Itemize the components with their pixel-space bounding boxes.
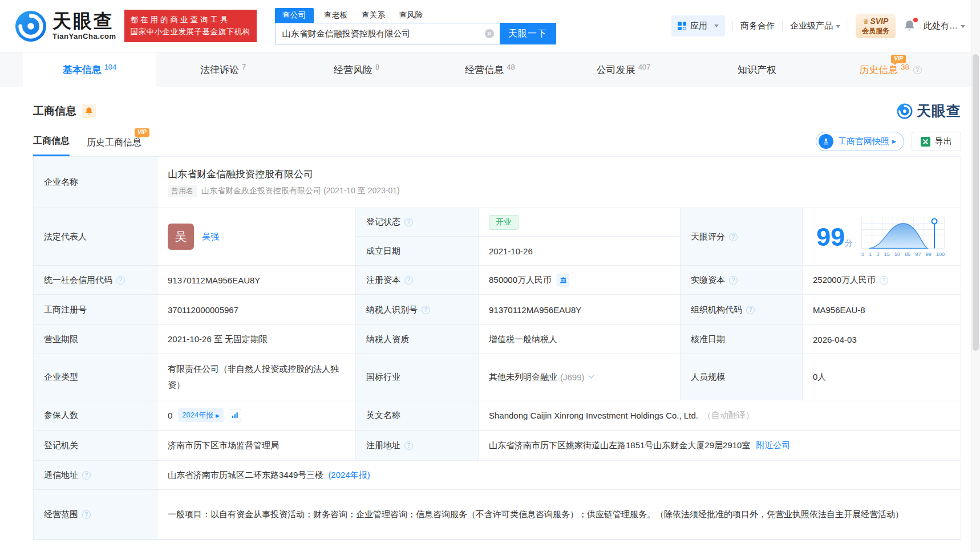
business-term: 2021-10-26 至 无固定期限 bbox=[157, 325, 356, 354]
crown-icon: ♛ bbox=[863, 18, 869, 26]
help-icon[interactable]: ? bbox=[913, 66, 922, 74]
vip-badge: VIP bbox=[891, 55, 906, 63]
staff-size: 0人 bbox=[803, 354, 961, 400]
tab-basic-info[interactable]: 基本信息104 bbox=[23, 52, 156, 87]
tab-operating-risk[interactable]: 经营风险8 bbox=[290, 52, 423, 87]
field-label: 人员规模 bbox=[681, 354, 803, 400]
auto-translate-note: （自动翻译） bbox=[703, 410, 754, 421]
industry-cell[interactable]: 其他未列明金融业 (J699) bbox=[479, 354, 681, 400]
search-tab-relation[interactable]: 查关系 bbox=[362, 8, 386, 23]
search-tab-company[interactable]: 查公司 bbox=[275, 8, 314, 23]
search-button[interactable]: 天眼一下 bbox=[500, 23, 556, 44]
field-label: 营业期限 bbox=[34, 325, 157, 354]
help-icon[interactable]: ? bbox=[422, 306, 430, 314]
search-tab-boss[interactable]: 查老板 bbox=[324, 8, 348, 23]
scrollbar[interactable] bbox=[971, 0, 980, 552]
help-icon[interactable]: ? bbox=[729, 233, 738, 241]
field-label: 工商注册号 bbox=[34, 295, 157, 325]
help-icon[interactable]: ? bbox=[82, 510, 91, 519]
chevron-down-icon bbox=[588, 372, 594, 378]
field-label: 通信地址 bbox=[44, 470, 78, 481]
tab-history-info[interactable]: 历史信息 VIP 38 ? bbox=[824, 52, 957, 87]
alert-bell-icon bbox=[85, 107, 93, 115]
avatar[interactable]: 吴 bbox=[168, 224, 194, 250]
reg-number: 370112000005967 bbox=[157, 295, 356, 325]
annual-report-chip[interactable]: 2024年报 ▶ bbox=[178, 408, 223, 422]
bank-icon bbox=[560, 277, 567, 284]
clear-icon[interactable]: ✕ bbox=[485, 29, 494, 38]
divider bbox=[732, 21, 733, 31]
monitor-bell-button[interactable] bbox=[82, 104, 96, 118]
field-label: 经营范围 bbox=[44, 509, 78, 520]
brand-domain: TianYanCha.com bbox=[52, 32, 116, 40]
vip-badge: VIP bbox=[135, 128, 149, 137]
section-title: 工商信息 bbox=[33, 104, 76, 119]
industry-value: 其他未列明金融业 bbox=[489, 372, 557, 383]
svip-member-button[interactable]: ♛SVIP 会员服务 bbox=[856, 14, 896, 38]
field-label: 企业名称 bbox=[34, 157, 157, 208]
nearby-companies-link[interactable]: 附近公司 bbox=[756, 440, 790, 451]
nav-business-cooperation[interactable]: 商务合作 bbox=[740, 21, 775, 31]
help-icon[interactable]: ? bbox=[404, 276, 413, 285]
taxpayer-id: 91370112MA956EAU8Y bbox=[479, 295, 681, 325]
field-label: 统一社会信用代码 bbox=[44, 275, 112, 286]
legal-rep-link[interactable]: 吴强 bbox=[202, 232, 219, 242]
tab-company-development[interactable]: 公司发展407 bbox=[557, 52, 690, 87]
field-label: 登记状态 bbox=[366, 217, 400, 228]
chevron-down-icon bbox=[714, 25, 719, 27]
subtab-business-info[interactable]: 工商信息 bbox=[33, 135, 70, 156]
business-scope: 一般项目：以自有资金从事投资活动；财务咨询；企业管理咨询；信息咨询服务（不含许可… bbox=[157, 490, 961, 539]
company-type: 有限责任公司（非自然人投资或控股的法人独资） bbox=[157, 354, 356, 400]
score-axis-ticks: 0131550859799100 bbox=[861, 251, 945, 257]
apps-grid-icon bbox=[678, 22, 686, 30]
mail-address: 山东省济南市历城区二环东路3449号三楼 bbox=[168, 470, 323, 481]
tianyancha-logo[interactable]: 天眼查 TianYanCha.com bbox=[15, 10, 116, 42]
apps-menu[interactable]: 应用 bbox=[671, 15, 725, 36]
field-label: 企业类型 bbox=[34, 354, 157, 400]
arrow-right-icon: ▶ bbox=[892, 139, 896, 144]
field-label: 国标行业 bbox=[356, 354, 479, 400]
scrollbar-thumb[interactable] bbox=[973, 54, 979, 351]
subtab-history-business-info[interactable]: 历史工商信息 VIP bbox=[87, 137, 141, 156]
tab-legal-proceedings[interactable]: 法律诉讼7 bbox=[156, 52, 290, 87]
reg-authority: 济南市历下区市场监督管理局 bbox=[157, 431, 356, 461]
help-icon[interactable]: ? bbox=[404, 218, 413, 226]
help-icon[interactable]: ? bbox=[746, 306, 755, 314]
help-icon[interactable]: ? bbox=[880, 276, 888, 285]
insured-trend-button[interactable] bbox=[229, 409, 241, 421]
help-icon[interactable]: ? bbox=[82, 471, 91, 480]
stamp-icon bbox=[819, 134, 833, 149]
score-unit: 分 bbox=[845, 238, 853, 247]
official-snapshot-button[interactable]: 工商官网快照 ▶ bbox=[816, 132, 904, 151]
mail-address-report-link[interactable]: (2024年报) bbox=[328, 470, 370, 481]
business-info-table: 企业名称 山东省财金信融投资控股有限公司 曾用名 山东省财金政企投资控股有限公司… bbox=[33, 156, 961, 540]
chevron-down-icon bbox=[836, 25, 840, 28]
search-input[interactable] bbox=[275, 23, 500, 44]
help-icon[interactable]: ? bbox=[116, 276, 125, 285]
industry-code: (J699) bbox=[560, 372, 585, 382]
chevron-down-icon bbox=[961, 25, 965, 28]
nav-enterprise-products[interactable]: 企业级产品 bbox=[790, 21, 840, 31]
notification-dot bbox=[913, 18, 918, 22]
approval-date: 2026-04-03 bbox=[803, 325, 961, 354]
export-button[interactable]: 导出 bbox=[912, 132, 961, 151]
user-menu[interactable]: 此处有… bbox=[924, 21, 965, 31]
tab-intellectual-property[interactable]: 知识产权 bbox=[690, 52, 824, 87]
former-name-tag: 曾用名 bbox=[168, 185, 197, 197]
tianyan-score-cell[interactable]: 99分 0131550859799100 bbox=[803, 208, 961, 266]
company-name-cell: 山东省财金信融投资控股有限公司 曾用名 山东省财金政企投资控股有限公司 (202… bbox=[157, 157, 961, 208]
paid-capital: 252000万人民币 bbox=[813, 275, 876, 286]
capital-detail-button[interactable] bbox=[557, 274, 569, 286]
notification-bell[interactable] bbox=[903, 19, 916, 33]
help-icon[interactable]: ? bbox=[404, 441, 413, 450]
help-icon[interactable]: ? bbox=[729, 276, 738, 285]
legal-rep-cell: 吴 吴强 bbox=[157, 208, 356, 266]
field-label: 核准日期 bbox=[681, 325, 803, 354]
credit-code: 91370112MA956EAU8Y bbox=[157, 266, 356, 295]
search-tab-risk[interactable]: 查风险 bbox=[399, 8, 423, 23]
tab-operating-info[interactable]: 经营信息48 bbox=[423, 52, 557, 87]
reg-capital: 850000万人民币 bbox=[489, 275, 552, 286]
field-label: 组织机构代码 bbox=[691, 305, 742, 315]
field-label: 法定代表人 bbox=[34, 208, 157, 266]
org-code: MA956EAU-8 bbox=[803, 295, 961, 325]
